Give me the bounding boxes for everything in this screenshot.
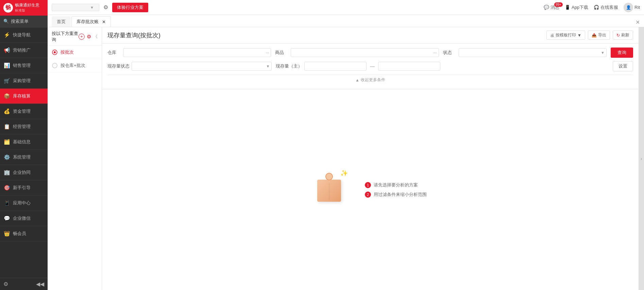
print-btn[interactable]: 🖨 按模板打印 ▼ — [546, 31, 585, 40]
warehouse-more-icon[interactable]: ··· — [266, 50, 269, 55]
sidebar-app-name: 畅康通好生意 — [15, 3, 39, 8]
inventory-qty-max-wrap — [378, 62, 440, 71]
inventory-qty-label: 现存量（主） — [276, 63, 302, 69]
empty-tip-2: 2 用过滤条件来缩小分析范围 — [365, 192, 427, 198]
inventory-qty-min-input[interactable] — [304, 62, 367, 71]
tip-num-2: 2 — [365, 192, 371, 198]
search-icon: 🔍 — [3, 19, 9, 24]
topbar-gear-icon[interactable]: ⚙ — [103, 4, 108, 11]
tab-close-all-icon[interactable]: ✕ — [635, 19, 640, 25]
app-download-btn[interactable]: 📱 App下载 — [565, 4, 588, 11]
export-btn-label: 导出 — [598, 32, 606, 38]
filter-item-by-batch[interactable]: 按批次 — [48, 46, 102, 59]
tip-text-1: 请先选择要分析的方案 — [374, 182, 418, 188]
svg-point-2 — [52, 63, 57, 68]
main-area: 现存量查询(按批次) 🖨 按模板打印 ▼ 📤 导出 ↻ 刷新 — [102, 27, 639, 290]
sidebar-item-sales[interactable]: 📊 销售管理 — [0, 58, 48, 73]
sidebar-item-inventory[interactable]: 📦 库存核算 — [0, 89, 48, 104]
enterprise-icon: 🏢 — [3, 169, 10, 176]
system-icon: ⚙️ — [3, 154, 10, 161]
warehouse-input[interactable] — [123, 48, 271, 57]
export-btn[interactable]: 📤 导出 — [588, 31, 610, 40]
wechat-label: 企业微信 — [13, 215, 31, 221]
filter-collapse-icon[interactable]: 《 — [93, 34, 98, 40]
product-input[interactable] — [291, 48, 439, 57]
right-sidebar-handle[interactable]: › — [639, 27, 644, 290]
form-row-1: 仓库 ··· 商品 ··· 状态 — [107, 48, 633, 58]
sidebar-nav: ⚡ 快捷导航 📢 营销推广 📊 销售管理 🛒 采购管理 📦 库存核算 💰 资金管… — [0, 28, 48, 278]
refresh-btn[interactable]: ↻ 刷新 — [613, 31, 633, 40]
filter-add-btn[interactable]: + — [79, 34, 85, 40]
finance-label: 资金管理 — [13, 108, 31, 114]
sidebar-search-item[interactable]: 🔍 搜索菜单 — [0, 16, 48, 28]
print-btn-label: 按模板打印 — [556, 32, 576, 38]
print-dropdown-icon[interactable]: ▼ — [577, 33, 581, 38]
tab-close-btn[interactable]: ✕ — [102, 19, 106, 24]
basic-label: 基础信息 — [13, 139, 31, 145]
tab-batch-account[interactable]: 库存批次账 ✕ — [71, 16, 111, 27]
inventory-qty-min-wrap — [304, 62, 367, 71]
content-area: 按以下方案查询 + ⚙ 《 按批次 — [48, 27, 644, 290]
page-header: 现存量查询(按批次) 🖨 按模板打印 ▼ 📤 导出 ↻ 刷新 — [102, 27, 639, 43]
username-label: Rit — [634, 5, 640, 10]
tip-text-2: 用过滤条件来缩小分析范围 — [374, 192, 427, 198]
topbar-search-box[interactable]: ▼ — [52, 4, 99, 11]
tip-num-1: 1 — [365, 182, 371, 188]
query-button[interactable]: 查询 — [611, 48, 633, 58]
wechat-icon: 💬 — [3, 215, 10, 222]
message-btn[interactable]: 💬 消息 99+ — [544, 4, 559, 11]
sidebar: 畅 畅康通好生意 标准版 🔍 搜索菜单 ⚡ 快捷导航 📢 营销推广 📊 销售管理… — [0, 0, 48, 290]
filter-warehouse-batch-icon — [52, 62, 58, 69]
sidebar-item-enterprise[interactable]: 🏢 企业协同 — [0, 165, 48, 180]
product-label: 商品 — [275, 50, 289, 56]
filter-header: 按以下方案查询 + ⚙ 《 — [48, 27, 102, 46]
sidebar-item-marketing[interactable]: 📢 营销推广 — [0, 43, 48, 58]
collapse-bar[interactable]: ▲ 收起更多条件 — [107, 75, 633, 85]
status-select[interactable] — [459, 48, 607, 57]
sidebar-item-finance[interactable]: 💰 资金管理 — [0, 104, 48, 119]
sidebar-search-label: 搜索菜单 — [11, 18, 29, 24]
sidebar-item-purchase[interactable]: 🛒 采购管理 — [0, 73, 48, 89]
trial-btn[interactable]: 体验行业方案 — [112, 3, 148, 12]
sales-label: 销售管理 — [13, 62, 31, 69]
sidebar-item-business[interactable]: 📋 经营管理 — [0, 119, 48, 134]
sidebar-item-system[interactable]: ⚙️ 系统管理 — [0, 150, 48, 165]
settings-gear-icon[interactable]: ⚙ — [3, 281, 8, 287]
filter-panel: 按以下方案查询 + ⚙ 《 按批次 — [48, 27, 102, 290]
filter-settings-icon[interactable]: ⚙ — [87, 34, 91, 40]
user-profile-btn[interactable]: 👤 Rit — [624, 3, 640, 12]
appstore-label: 应用中心 — [13, 200, 31, 206]
sidebar-item-appstore[interactable]: 📱 应用中心 — [0, 196, 48, 211]
sidebar-item-basic[interactable]: 🗂️ 基础信息 — [0, 134, 48, 150]
collapse-arrow-icon: ▲ — [355, 78, 359, 83]
system-label: 系统管理 — [13, 154, 31, 160]
topbar-search-input[interactable] — [55, 5, 89, 10]
print-icon: 🖨 — [550, 33, 554, 38]
page-header-actions: 🖨 按模板打印 ▼ 📤 导出 ↻ 刷新 — [546, 31, 633, 40]
inventory-status-field: 现存量状态 ▼ — [107, 62, 272, 71]
status-label: 状态 — [443, 50, 457, 56]
product-more-icon[interactable]: ··· — [434, 50, 437, 55]
settings-button[interactable]: 设置 — [613, 61, 633, 71]
topbar: ▼ ⚙ 体验行业方案 💬 消息 99+ 📱 App下载 🎧 在线客服 👤 Rit — [48, 0, 644, 15]
quick-nav-icon: ⚡ — [3, 32, 10, 38]
product-input-wrap: ··· — [291, 48, 439, 57]
business-icon: 📋 — [3, 123, 10, 130]
inventory-status-select[interactable] — [132, 62, 272, 71]
sidebar-item-wechat[interactable]: 💬 企业微信 — [0, 211, 48, 226]
sidebar-item-quick-nav[interactable]: ⚡ 快捷导航 — [0, 28, 48, 43]
empty-tip-1: 1 请先选择要分析的方案 — [365, 182, 427, 188]
right-side-arrow-icon: › — [641, 156, 642, 161]
inventory-qty-max-input[interactable] — [378, 62, 440, 71]
collapse-sidebar-icon[interactable]: ◀◀ — [36, 281, 44, 287]
online-service-btn[interactable]: 🎧 在线客服 — [594, 4, 618, 11]
sidebar-item-guide[interactable]: 🎯 新手引导 — [0, 180, 48, 196]
topbar-search-dropdown-icon[interactable]: ▼ — [90, 5, 94, 10]
page-title: 现存量查询(按批次) — [107, 31, 160, 39]
warehouse-input-wrap: ··· — [123, 48, 271, 57]
filter-item-by-warehouse-batch[interactable]: 按仓库+批次 — [48, 59, 102, 72]
refresh-icon: ↻ — [616, 33, 620, 38]
marketing-label: 营销推广 — [13, 47, 31, 53]
tab-home[interactable]: 首页 — [52, 16, 71, 27]
sidebar-item-vip[interactable]: 👑 畅会员 — [0, 226, 48, 241]
